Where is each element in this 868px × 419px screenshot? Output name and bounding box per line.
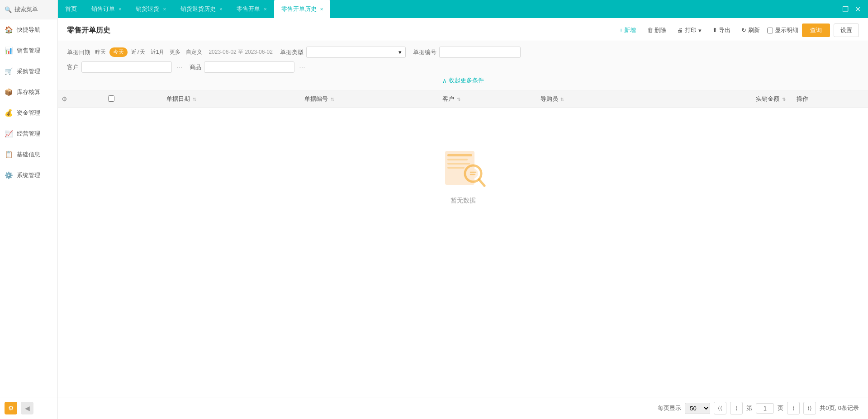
date-btn-today[interactable]: 今天 (109, 47, 128, 57)
customer-label: 客户 (67, 63, 79, 71)
delete-label: 🗑 删除 (647, 26, 667, 34)
sidebar-collapse-button[interactable]: ◀ (21, 402, 33, 414)
per-page-label: 每页显示 (658, 404, 681, 412)
sidebar-item-sys-mgmt[interactable]: ⚙️ 系统管理 (0, 165, 57, 186)
filter-row-1: 单据日期 昨天 今天 近7天 近1月 更多 自定义 2023-06-02 至 2… (67, 47, 859, 58)
tab-sales-return-history-close[interactable]: × (219, 6, 222, 12)
print-dropdown-icon[interactable]: ▾ (698, 27, 702, 34)
sidebar-item-label: 采购管理 (17, 67, 40, 75)
th-salesperson[interactable]: 导购员 ⇅ (535, 90, 653, 108)
page-last-button[interactable]: ⟩⟩ (803, 402, 816, 414)
page-next-button[interactable]: ⟩ (787, 402, 800, 414)
th-salesperson-label: 导购员 (541, 95, 558, 102)
display-cols-toggle[interactable]: 显示明细 (767, 26, 798, 34)
tab-retail-open-close[interactable]: × (264, 6, 266, 12)
sidebar-item-label: 系统管理 (17, 171, 40, 179)
th-date[interactable]: 单据日期 ⇅ (161, 90, 299, 108)
collapse-label: 收起更多条件 (449, 76, 484, 85)
th-customer[interactable]: 客户 ⇅ (437, 90, 535, 108)
date-btn-more[interactable]: 更多 (168, 47, 182, 57)
nav-close-icon[interactable]: ✕ (853, 3, 863, 15)
top-nav-right: ❐ ✕ (840, 3, 868, 15)
tab-sales-return[interactable]: 销货退货 × (128, 0, 173, 18)
sidebar-item-purchase-mgmt[interactable]: 🛒 采购管理 (0, 61, 57, 82)
sidebar-settings-button[interactable]: ⚙ (5, 402, 17, 414)
tab-sales-return-close[interactable]: × (163, 6, 166, 12)
tab-sales-return-label: 销货退货 (136, 5, 159, 13)
sidebar-item-inventory[interactable]: 📦 库存核算 (0, 82, 57, 103)
sidebar-item-label: 资金管理 (17, 109, 40, 117)
tab-retail-open-history-close[interactable]: × (320, 6, 323, 12)
empty-text: 暂无数据 (451, 197, 476, 205)
doc-type-label: 单据类型 (280, 48, 304, 56)
page-first-button[interactable]: ⟨⟨ (714, 402, 726, 414)
tab-retail-open-history[interactable]: 零售开单历史 × (274, 0, 330, 18)
money-icon: 💰 (5, 109, 13, 117)
page-prev-button[interactable]: ⟨ (730, 402, 743, 414)
goods-input[interactable] (204, 61, 294, 73)
page-input[interactable] (756, 403, 774, 414)
th-action-label: 操作 (797, 95, 808, 102)
date-btn-yesterday[interactable]: 昨天 (93, 47, 108, 57)
date-btn-custom[interactable]: 自定义 (184, 47, 204, 57)
th-no-label: 单据编号 (304, 95, 328, 102)
sidebar: 🔍 搜索菜单 🏠 快捷导航 📊 销售管理 🛒 采购管理 📦 库存核算 💰 资金管… (0, 0, 58, 419)
query-button[interactable]: 查询 (802, 24, 830, 37)
export-button[interactable]: ⬆ 导出 (709, 24, 735, 36)
table-header: ⚙ 单据日期 ⇅ 单据编号 ⇅ (58, 90, 868, 108)
empty-svg (436, 144, 490, 189)
print-button[interactable]: 🖨 打印 ▾ (674, 24, 705, 36)
th-checkbox[interactable] (103, 90, 161, 108)
svg-rect-1 (447, 154, 472, 156)
customer-more-icon[interactable]: ··· (176, 63, 182, 71)
doc-type-filter: 单据类型 ▾ (280, 47, 406, 58)
settings-button[interactable]: 设置 (834, 24, 859, 37)
delete-button[interactable]: 🗑 删除 (644, 24, 670, 36)
info-icon: 📋 (5, 151, 13, 159)
svg-rect-2 (447, 159, 468, 160)
customer-input[interactable] (81, 61, 172, 73)
display-cols-checkbox[interactable] (767, 28, 773, 33)
date-btn-7days[interactable]: 近7天 (129, 47, 147, 57)
search-icon: 🔍 (5, 6, 12, 13)
page-label: 页 (778, 404, 783, 412)
th-no-sort-icon: ⇅ (331, 97, 334, 102)
doc-type-select[interactable]: ▾ (306, 47, 406, 58)
filter-collapse-row: ∧ 收起更多条件 (67, 76, 859, 85)
date-btn-1month[interactable]: 近1月 (149, 47, 166, 57)
operations-icon: 📈 (5, 130, 13, 138)
tab-sales-return-history-label: 销货退货历史 (180, 5, 216, 13)
add-button[interactable]: + 新增 (616, 24, 640, 36)
tab-sales-order-close[interactable]: × (119, 6, 121, 12)
sidebar-item-basic-info[interactable]: 📋 基础信息 (0, 144, 57, 165)
sidebar-item-finance[interactable]: 💰 资金管理 (0, 103, 57, 123)
sidebar-item-label: 经营管理 (17, 130, 40, 138)
table-settings-icon[interactable]: ⚙ (62, 95, 67, 103)
content-area: 零售开单历史 + 新增 🗑 删除 🖨 打印 ▾ ⬆ 导出 ↻ 刷新 (58, 18, 868, 419)
th-action: 操作 (791, 90, 868, 108)
tab-home-label: 首页 (65, 5, 77, 13)
sidebar-search[interactable]: 🔍 搜索菜单 (0, 0, 57, 19)
tab-home[interactable]: 首页 (58, 0, 84, 18)
home-icon: 🏠 (5, 26, 13, 34)
tab-sales-order[interactable]: 销售订单 × (84, 0, 128, 18)
goods-more-icon[interactable]: ··· (299, 63, 305, 71)
date-range-display: 2023-06-02 至 2023-06-02 (209, 48, 272, 56)
doc-no-input[interactable] (439, 47, 521, 58)
nav-restore-icon[interactable]: ❐ (840, 3, 850, 15)
th-no[interactable]: 单据编号 ⇅ (299, 90, 437, 108)
refresh-button[interactable]: ↻ 刷新 (738, 24, 764, 36)
select-all-checkbox[interactable] (108, 95, 114, 102)
collapse-button[interactable]: ∧ 收起更多条件 (442, 76, 484, 85)
tab-sales-order-label: 销售订单 (91, 5, 115, 13)
tab-sales-return-history[interactable]: 销货退货历史 × (173, 0, 229, 18)
sidebar-item-quick-nav[interactable]: 🏠 快捷导航 (0, 19, 57, 40)
sidebar-item-operations[interactable]: 📈 经营管理 (0, 123, 57, 144)
tab-retail-open[interactable]: 零售开单 × (229, 0, 274, 18)
cart-icon: 🛒 (5, 67, 13, 75)
th-settings[interactable]: ⚙ (58, 90, 103, 108)
th-amount[interactable]: 实销金额 ⇅ (653, 90, 791, 108)
sidebar-item-sales-mgmt[interactable]: 📊 销售管理 (0, 40, 57, 61)
sidebar-item-label: 基础信息 (17, 151, 40, 159)
page-size-select[interactable]: 50 100 200 (685, 403, 710, 414)
